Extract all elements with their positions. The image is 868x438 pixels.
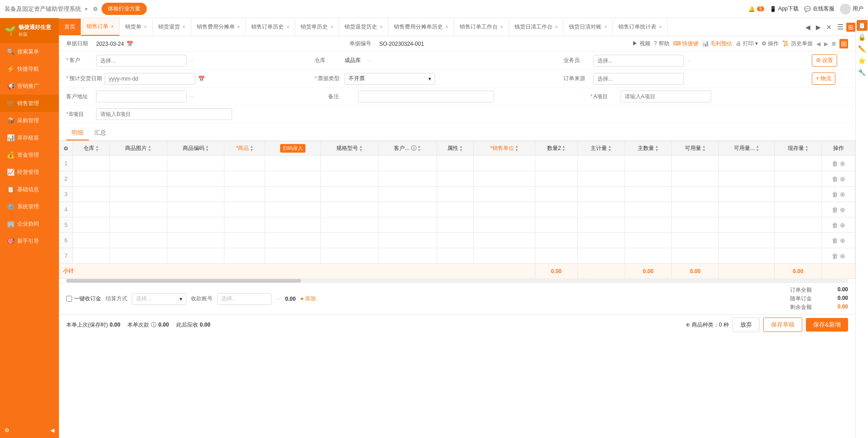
delivery-date-input[interactable] <box>105 73 195 85</box>
product-count-icon[interactable]: ⊕ <box>686 322 690 328</box>
customer-input[interactable] <box>96 55 187 67</box>
right-panel-btn-3[interactable]: ✏️ <box>857 43 868 54</box>
delete-row-4[interactable]: 🗑 <box>832 206 838 213</box>
copy-row-6[interactable]: ⊕ <box>840 237 845 244</box>
order-source-input[interactable] <box>593 73 684 85</box>
history-btn[interactable]: 📜 历史单据 <box>782 40 812 48</box>
sidebar-item-system[interactable]: ⚙️ 系统管理 <box>0 198 59 215</box>
delete-row-2[interactable]: 🗑 <box>832 175 838 183</box>
current-order-info[interactable]: ⓘ <box>151 321 156 329</box>
tab-home[interactable]: 首页 <box>59 19 81 35</box>
save-draft-button[interactable]: 保存草稿 <box>763 318 802 332</box>
sidebar-item-quicknav[interactable]: ⚡ 快捷导航 <box>0 60 59 77</box>
scan-btn[interactable]: 扫码录入 <box>280 144 305 153</box>
row-1-warehouse[interactable] <box>73 156 110 171</box>
customer-expand[interactable]: ··· <box>189 58 194 64</box>
row-1-stock[interactable] <box>775 156 822 171</box>
settlement-select[interactable]: 选择... ▾ <box>132 293 186 305</box>
copy-row-2[interactable]: ⊕ <box>840 175 845 183</box>
preview-btn[interactable]: ▶ 视频 <box>632 40 650 48</box>
copy-row-7[interactable]: ⊕ <box>840 252 845 260</box>
delete-row-1[interactable]: 🗑 <box>832 160 838 167</box>
online-service-btn[interactable]: 💬 在线客服 <box>804 5 834 13</box>
settings-btn[interactable]: ⚙ 设置 <box>812 54 837 67</box>
copy-row-4[interactable]: ⊕ <box>840 206 845 213</box>
tab-reconcile[interactable]: 钱货日清对账 × <box>563 19 613 35</box>
sidebar-item-search[interactable]: 🔍 搜索菜单 <box>0 43 59 60</box>
sidebar-item-operations[interactable]: 📈 经营管理 <box>0 164 59 181</box>
warehouse-value[interactable]: 成品库 <box>344 57 361 64</box>
nav-menu-icon[interactable]: ☰ <box>834 23 846 31</box>
delivery-calendar-icon[interactable]: 📅 <box>198 76 205 82</box>
delete-row-5[interactable]: 🗑 <box>832 221 838 229</box>
close-sales-refund-tab[interactable]: × <box>183 24 185 29</box>
settings-bottom-icon[interactable]: ⚙ <box>5 427 10 433</box>
right-panel-btn-4[interactable]: ⭐ <box>857 55 868 66</box>
tab-sales-order[interactable]: 销售订单 × <box>81 18 120 36</box>
close-expense-split-tab[interactable]: × <box>238 24 240 29</box>
invoice-type-select[interactable]: 不开票 ▾ <box>344 73 435 85</box>
tab-expense-split-history[interactable]: 销售费用分摊单历史 × <box>388 19 454 35</box>
row-1-qty2[interactable] <box>535 156 577 171</box>
tab-detail[interactable]: 明细 <box>66 126 89 140</box>
receipt-account-select[interactable]: 选择... <box>217 293 272 305</box>
sidebar-item-purchase[interactable]: 📦 采购管理 <box>0 112 59 129</box>
operations-btn[interactable]: ⚙ 操作 <box>761 40 779 48</box>
tab-order-history[interactable]: 销售订单历史 × <box>246 19 295 35</box>
tab-return-history[interactable]: 销货单历史 × <box>295 19 339 35</box>
nav-close-all[interactable]: ✕ <box>824 24 834 31</box>
sidebar-item-sales[interactable]: 🛒 销售管理 <box>0 95 59 112</box>
delete-row-6[interactable]: 🗑 <box>832 237 838 244</box>
right-panel-btn-1[interactable]: 📋 <box>857 20 868 31</box>
sidebar-item-guide[interactable]: 🎯 新手引导 <box>0 232 59 250</box>
close-refund-history-tab[interactable]: × <box>380 24 383 29</box>
sidebar-item-marketing[interactable]: 📢 营销推广 <box>0 77 59 95</box>
dropdown-arrow[interactable]: ▾ <box>85 6 87 12</box>
row-1-attribute[interactable] <box>437 156 474 171</box>
row-1-available[interactable] <box>672 156 719 171</box>
close-receivable-workbench-tab[interactable]: × <box>555 24 558 29</box>
nav-expand-icon[interactable]: ⊞ <box>846 23 855 32</box>
settings-icon[interactable]: ⚙ <box>93 6 98 12</box>
copy-row-5[interactable]: ⊕ <box>840 221 845 229</box>
right-panel-btn-5[interactable]: 🔧 <box>857 67 868 78</box>
close-sales-order-tab[interactable]: × <box>111 24 114 29</box>
close-return-history-tab[interactable]: × <box>330 24 333 29</box>
close-order-history-tab[interactable]: × <box>286 24 289 29</box>
collapse-icon[interactable]: ◀ <box>50 427 54 433</box>
close-reconcile-tab[interactable]: × <box>604 24 607 29</box>
sidebar-item-enterprise[interactable]: 🏢 企业协同 <box>0 215 59 232</box>
remark-input[interactable] <box>358 91 494 102</box>
close-expense-split-history-tab[interactable]: × <box>446 24 448 29</box>
right-panel-btn-2[interactable]: 🔒 <box>857 32 868 43</box>
calendar-icon[interactable]: 📅 <box>126 41 133 47</box>
quick-deposit-checkbox[interactable]: 一键收订金 <box>66 295 101 303</box>
close-sales-return-tab[interactable]: × <box>144 24 147 29</box>
sidebar-item-basic[interactable]: 📋 基础信息 <box>0 181 59 198</box>
project-b-input[interactable] <box>96 108 232 120</box>
row-1-main-qty[interactable] <box>625 156 672 171</box>
add-payment-btn[interactable]: ● 添加 <box>300 295 316 303</box>
delete-row-3[interactable]: 🗑 <box>832 191 838 198</box>
row-1-unit[interactable] <box>474 156 535 171</box>
row-1-image[interactable] <box>110 156 167 171</box>
quick-deposit-input[interactable] <box>66 296 72 302</box>
salesperson-expand[interactable]: ··· <box>687 58 691 64</box>
address-expand[interactable]: ··· <box>189 93 194 100</box>
copy-row-1[interactable]: ⊕ <box>840 160 845 167</box>
close-stats-tab[interactable]: × <box>659 24 662 29</box>
app-download-btn[interactable]: 📱 App下载 <box>770 5 799 13</box>
warehouse-expand[interactable]: ··· <box>367 58 372 64</box>
row-1-customer-attr[interactable] <box>378 156 437 171</box>
row-1-spec[interactable] <box>321 156 378 171</box>
tab-refund-history[interactable]: 销货退货历史 × <box>339 19 388 35</box>
help-btn[interactable]: ? 帮助 <box>654 40 669 48</box>
th-settings[interactable]: ⚙ <box>59 141 73 156</box>
industry-btn[interactable]: 体验行业方案 <box>102 3 147 15</box>
row-1-product[interactable] <box>224 156 265 171</box>
user-menu[interactable]: 用户 <box>840 4 863 14</box>
salesperson-input[interactable] <box>593 55 684 67</box>
row-1-scan[interactable] <box>265 156 321 171</box>
nav-next-arrow[interactable]: ▶ <box>813 24 824 31</box>
customer-address-input[interactable] <box>96 91 187 102</box>
